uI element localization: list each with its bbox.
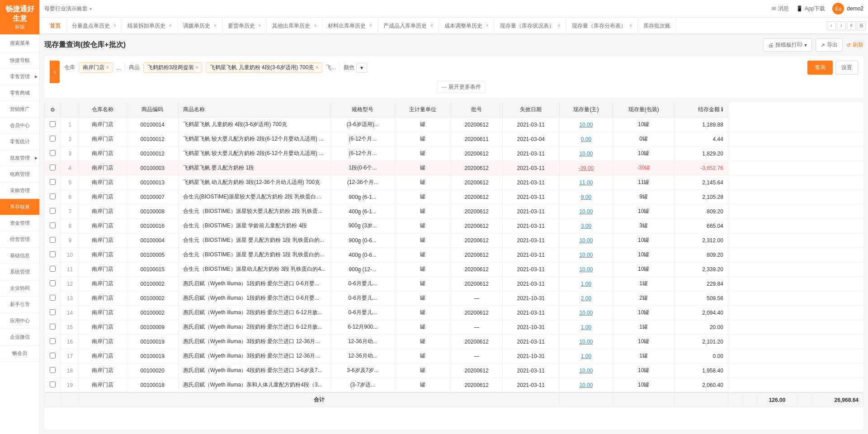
close-production-in[interactable]: × — [430, 18, 433, 34]
breadcrumb-dropdown-icon[interactable]: ▾ — [90, 6, 92, 11]
row-stock-main[interactable]: 1.00 — [559, 277, 613, 291]
nav-next-btn[interactable]: › — [837, 21, 846, 30]
warehouse-tag-close[interactable]: × — [106, 65, 109, 70]
close-disassemble-history[interactable]: × — [169, 18, 172, 34]
nav-other-out[interactable]: 其他出库单历史 × — [267, 18, 322, 34]
export-btn[interactable]: ↗ 导出 — [816, 38, 843, 52]
row-stock-main[interactable]: 2.00 — [559, 291, 613, 306]
sidebar-item-wechat[interactable]: 企业微信 — [0, 329, 39, 345]
row-select-checkbox[interactable] — [50, 324, 56, 330]
row-select-checkbox[interactable] — [50, 136, 56, 142]
row-select-checkbox[interactable] — [50, 353, 56, 359]
row-stock-main[interactable]: 1.00 — [559, 320, 613, 335]
row-stock-main[interactable]: 10.00 — [559, 378, 613, 393]
close-cost-adjust[interactable]: × — [486, 18, 489, 34]
sidebar-item-purchase[interactable]: 采购管理 — [0, 183, 39, 199]
message-btn[interactable]: ✉ 消息 — [772, 5, 789, 13]
close-mix-history[interactable]: × — [214, 18, 217, 34]
row-stock-main[interactable]: 10.00 — [559, 248, 613, 262]
product-tag-2[interactable]: 飞鹤星飞帆 儿童奶粉 4段(3-6岁适用) 700克 × — [206, 62, 322, 73]
nav-mix-history[interactable]: 调拨单历史 × — [178, 18, 222, 34]
row-stock-main[interactable]: 11.00 — [559, 175, 613, 190]
row-select-checkbox[interactable] — [50, 251, 56, 257]
settings-btn[interactable]: 设置 — [835, 61, 858, 75]
product-tag-2-close[interactable]: × — [316, 65, 318, 70]
warehouse-more[interactable]: ... — [117, 65, 121, 71]
row-stock-main[interactable]: 1.00 — [559, 349, 613, 363]
row-select-checkbox[interactable] — [50, 266, 56, 272]
row-select-checkbox[interactable] — [50, 309, 56, 315]
sidebar-logo[interactable]: 畅捷通好生意 标版 — [0, 0, 39, 34]
row-stock-main[interactable]: 10.00 — [559, 363, 613, 378]
product-tag-1[interactable]: 飞鹤奶粉3段两提装 × — [143, 62, 203, 73]
row-select-checkbox[interactable] — [50, 280, 56, 286]
row-select-checkbox[interactable] — [50, 222, 56, 228]
row-stock-main[interactable]: -39.00 — [559, 161, 613, 175]
sidebar-item-enterprise[interactable]: 企业协同 — [0, 280, 39, 297]
row-stock-main[interactable]: 10.00 — [559, 146, 613, 161]
row-stock-main[interactable]: 9.00 — [559, 190, 613, 204]
sidebar-item-marketing[interactable]: 营销推广 — [0, 101, 39, 118]
filter-expand-btn[interactable]: › — [50, 61, 60, 83]
row-stock-main[interactable]: 10.00 — [559, 233, 613, 248]
row-select-checkbox[interactable] — [50, 150, 56, 156]
nav-material-out[interactable]: 材料出库单历史 × — [322, 18, 378, 34]
app-download-btn[interactable]: 📱 App下载 — [796, 5, 825, 13]
row-stock-main[interactable]: 10.00 — [559, 335, 613, 349]
sidebar-search[interactable]: 搜索菜单 — [0, 34, 39, 52]
nav-home[interactable]: 首页 — [44, 18, 66, 34]
col-settings[interactable]: ⚙ — [45, 102, 61, 118]
row-select-checkbox[interactable] — [50, 367, 56, 373]
print-btn[interactable]: 🖨 按模板打印 ▾ — [763, 38, 812, 52]
row-stock-main[interactable]: 3.00 — [559, 219, 613, 233]
row-stock-main[interactable]: 0.00 — [559, 132, 613, 146]
row-select-checkbox[interactable] — [50, 208, 56, 214]
nav-stock-status[interactable]: 现存量（库存状况表） × — [495, 18, 566, 34]
refresh-btn[interactable]: ↺ 刷新 — [846, 41, 863, 49]
row-select-checkbox[interactable] — [50, 295, 56, 301]
row-select-checkbox[interactable] — [50, 382, 56, 387]
sidebar-item-wholesale[interactable]: 批发管理 — [0, 150, 39, 166]
user-profile[interactable]: Ea demo2 — [832, 3, 863, 14]
sidebar-item-apps[interactable]: 应用中心 — [0, 313, 39, 329]
row-select-checkbox[interactable] — [50, 165, 56, 170]
sidebar-item-ecommerce[interactable]: 电商管理 — [0, 166, 39, 183]
nav-split-history[interactable]: 分量盘点单历史 × — [66, 18, 122, 34]
row-select-checkbox[interactable] — [50, 237, 56, 243]
nav-cost-adjust[interactable]: 成本调整单历史 × — [439, 18, 495, 34]
row-select-checkbox[interactable] — [50, 179, 56, 185]
search-btn[interactable]: 查询 — [807, 61, 833, 75]
sidebar-shortcut[interactable]: 快捷导航 — [0, 52, 39, 69]
nav-menu-btn[interactable]: ☰ — [857, 21, 866, 30]
close-material-out[interactable]: × — [369, 18, 372, 34]
row-select-checkbox[interactable] — [50, 193, 56, 199]
row-stock-main[interactable]: 10.00 — [559, 306, 613, 320]
close-request-history[interactable]: × — [259, 18, 261, 34]
sidebar-item-retail[interactable]: 零售管理 — [0, 69, 39, 85]
product-more[interactable]: 飞... — [326, 64, 336, 71]
row-select-checkbox[interactable] — [50, 338, 56, 344]
product-tag-1-close[interactable]: × — [196, 65, 198, 70]
row-stock-main[interactable]: 10.00 — [559, 118, 613, 132]
sidebar-item-operation[interactable]: 经营管理 — [0, 231, 39, 248]
sidebar-item-basic[interactable]: 基础信息 — [0, 248, 39, 264]
row-stock-main[interactable]: 10.00 — [559, 262, 613, 277]
nav-batch-account[interactable]: 库存批次账 — [638, 18, 676, 34]
close-split-history[interactable]: × — [113, 18, 116, 34]
close-other-out[interactable]: × — [314, 18, 316, 34]
expand-more-btn[interactable]: ⋯ 展开更多条件 — [437, 81, 485, 93]
close-stock-dist[interactable]: × — [630, 18, 632, 34]
sidebar-item-inventory[interactable]: 库存核算 — [0, 199, 39, 215]
sidebar-item-finance[interactable]: 资金管理 — [0, 215, 39, 231]
close-stock-status[interactable]: × — [558, 18, 561, 34]
sidebar-item-member[interactable]: 会员中心 — [0, 118, 39, 134]
warehouse-tag[interactable]: 南岸门店 × — [79, 62, 113, 73]
sidebar-item-retail-stats[interactable]: 零售统计 — [0, 134, 39, 150]
sidebar-item-retail-shop[interactable]: 零售商城 — [0, 85, 39, 101]
row-stock-main[interactable]: 10.00 — [559, 204, 613, 219]
color-filter-dropdown[interactable]: ▾ — [356, 63, 367, 73]
sidebar-item-member2[interactable]: 畅会员 — [0, 345, 39, 362]
nav-disassemble-history[interactable]: 组装拆卸单历史 × — [122, 18, 178, 34]
sidebar-item-system[interactable]: 系统管理 — [0, 264, 39, 280]
nav-production-in[interactable]: 产成品入库单历史 × — [378, 18, 439, 34]
